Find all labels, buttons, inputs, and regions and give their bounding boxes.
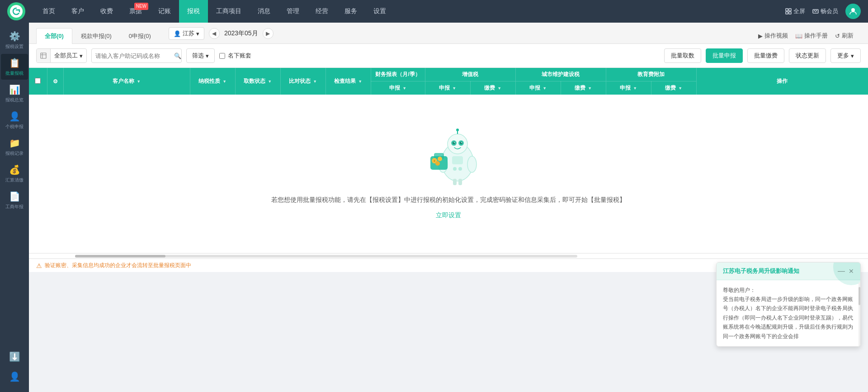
sidebar-label-tax-settings: 报税设置 <box>5 43 24 49</box>
fin-declare-filter[interactable]: ▼ <box>402 86 406 91</box>
app-logo[interactable] <box>7 2 25 20</box>
search-icon[interactable]: 🔍 <box>174 53 181 59</box>
nav-fee[interactable]: 收费 <box>92 0 121 23</box>
batch-pay-button[interactable]: 批量缴费 <box>747 48 784 63</box>
nav-settings[interactable]: 设置 <box>365 0 394 23</box>
th-compare-status: 比对状态 ▼ <box>280 68 326 95</box>
batch-declare-button[interactable]: 批量申报 <box>706 48 743 63</box>
download-icon[interactable]: ⬇️ <box>6 349 23 365</box>
city-declare-filter[interactable]: ▼ <box>542 86 547 91</box>
sub-account-checkbox[interactable] <box>219 53 225 59</box>
th-vat-pay: 缴费 ▼ <box>470 81 515 95</box>
sidebar-item-batch-tax[interactable]: 📋 批量报税 <box>1 54 28 80</box>
employee-select-wrapper[interactable]: 全部员工 ▾ <box>36 48 87 63</box>
sidebar-label-batch-tax: 批量报税 <box>5 70 24 76</box>
sidebar-item-tax-overview[interactable]: 📊 报税总览 <box>1 81 28 106</box>
compare-filter-icon[interactable]: ▼ <box>313 79 317 84</box>
select-all-checkbox[interactable] <box>35 78 41 84</box>
next-month-btn[interactable]: ▶ <box>263 28 274 39</box>
refresh-icon: ↺ <box>835 33 840 39</box>
nav-operation[interactable]: 经营 <box>307 0 336 23</box>
notif-greeting: 尊敬的用户： <box>723 286 854 295</box>
search-input-wrap[interactable]: 🔍 <box>91 48 182 63</box>
vat-pay-filter[interactable]: ▼ <box>497 86 501 91</box>
nav-service[interactable]: 服务 <box>336 0 365 23</box>
employee-select[interactable]: 全部员工 ▾ <box>51 52 86 60</box>
svg-point-24 <box>438 157 442 161</box>
notif-close-button[interactable]: ✕ <box>849 268 854 275</box>
th-fin-report: 财务报表（月/季） <box>371 68 425 81</box>
svg-rect-2 <box>786 12 788 14</box>
fullscreen-btn[interactable]: 全屏 <box>785 7 805 15</box>
empty-state-cell: ¥ 若您想使用批量报税功能，请先在【报税设置】中进行报税的初始化设置，完成密码验… <box>29 95 868 253</box>
sidebar-item-tax-settings[interactable]: ⚙️ 报税设置 <box>1 27 28 53</box>
sub-account-checkbox-label[interactable]: 名下账套 <box>219 52 251 60</box>
sidebar-item-annual-report[interactable]: 📄 工商年报 <box>1 187 28 213</box>
nav-invoice[interactable]: 票据 NEW <box>121 0 150 23</box>
svg-point-5 <box>851 8 855 12</box>
user-avatar[interactable] <box>845 4 861 19</box>
edu-pay-filter[interactable]: ▼ <box>678 86 682 91</box>
operation-video-link[interactable]: ▶ 操作视频 <box>758 32 788 40</box>
th-city-tax: 城市维护建设税 <box>515 68 606 81</box>
prev-month-btn[interactable]: ◀ <box>209 28 220 39</box>
more-dropdown-icon: ▾ <box>851 53 854 59</box>
nav-accounting[interactable]: 记账 <box>150 0 179 23</box>
svg-point-18 <box>456 129 459 131</box>
svg-point-28 <box>453 167 457 171</box>
tab-zero-declare[interactable]: 0申报(0) <box>120 28 160 44</box>
vip-btn[interactable]: 畅会员 <box>812 7 838 15</box>
select-prefix-icon <box>37 49 51 62</box>
th-edu-declare: 申报 ▼ <box>606 81 651 95</box>
region-dropdown-icon: ▾ <box>196 30 199 37</box>
notif-scrollbar[interactable] <box>859 282 860 346</box>
profile-icon[interactable]: 👤 <box>6 368 23 385</box>
tab-all[interactable]: 全部(0) <box>36 28 72 44</box>
nav-business[interactable]: 工商项目 <box>208 0 250 23</box>
scroll-thumb[interactable] <box>75 255 165 258</box>
tax-settings-icon: ⚙️ <box>9 31 20 42</box>
get-filter-icon[interactable]: ▼ <box>268 79 272 84</box>
notif-content: 受当前电子税务局进一步升级的影响，同一个政务网账号（办税人）名下的企业不能再同时… <box>723 295 854 341</box>
nav-home[interactable]: 首页 <box>34 0 63 23</box>
th-fin-declare: 申报 ▼ <box>371 81 425 95</box>
nav-customer[interactable]: 客户 <box>63 0 92 23</box>
svg-rect-1 <box>789 9 791 11</box>
table-wrapper: ⚙ 客户名称 ▼ 纳税性质 ▼ 取数状态 ▼ 比对状态 <box>29 68 868 253</box>
horizontal-scrollbar[interactable] <box>29 253 868 258</box>
gear-icon[interactable]: ⚙ <box>53 78 58 85</box>
batch-get-button[interactable]: 批量取数 <box>664 48 701 63</box>
city-pay-filter[interactable]: ▼ <box>588 86 592 91</box>
tab-tax-declare[interactable]: 税款申报(0) <box>72 28 120 44</box>
nav-message[interactable]: 消息 <box>250 0 278 23</box>
region-person-icon: 👤 <box>174 30 181 37</box>
toolbar: 全部员工 ▾ 🔍 筛选 ▾ 名下账套 批量取数 批量申报 批量缴费 状态更新 <box>29 44 868 68</box>
top-navigation: 首页 客户 收费 票据 NEW 记账 报税 工商项目 消息 管理 经营 服务 设… <box>0 0 868 23</box>
sidebar-item-settlement[interactable]: 💰 汇算清缴 <box>1 161 28 186</box>
th-vat-declare: 申报 ▼ <box>425 81 470 95</box>
svg-point-13 <box>453 142 455 144</box>
nav-manage[interactable]: 管理 <box>278 0 307 23</box>
refresh-btn[interactable]: ↺ 刷新 <box>835 32 854 40</box>
sidebar-item-personal-tax[interactable]: 👤 个税申报 <box>1 107 28 133</box>
vat-declare-filter[interactable]: ▼ <box>452 86 456 91</box>
region-selector[interactable]: 👤 江苏 ▾ <box>169 27 204 40</box>
sidebar-item-tax-records[interactable]: 📁 报税记录 <box>1 134 28 160</box>
settlement-icon: 💰 <box>9 164 20 175</box>
personal-tax-icon: 👤 <box>9 111 20 122</box>
status-update-button[interactable]: 状态更新 <box>789 48 826 63</box>
setup-link[interactable]: 立即设置 <box>436 211 461 220</box>
filter-button[interactable]: 筛选 ▾ <box>186 48 215 63</box>
search-input[interactable] <box>95 53 171 59</box>
notif-minimize-icon[interactable]: — <box>838 268 845 275</box>
notif-scroll-thumb[interactable] <box>859 287 860 305</box>
check-filter-icon[interactable]: ▼ <box>358 79 362 84</box>
more-button[interactable]: 更多 ▾ <box>830 48 861 63</box>
name-filter-icon[interactable]: ▼ <box>137 79 141 84</box>
edu-declare-filter[interactable]: ▼ <box>633 86 637 91</box>
operation-manual-link[interactable]: 📖 操作手册 <box>795 32 828 40</box>
svg-point-29 <box>458 167 462 171</box>
nav-tax[interactable]: 报税 <box>179 0 208 23</box>
th-action: 操作 <box>696 68 868 95</box>
type-filter-icon[interactable]: ▼ <box>222 79 226 84</box>
